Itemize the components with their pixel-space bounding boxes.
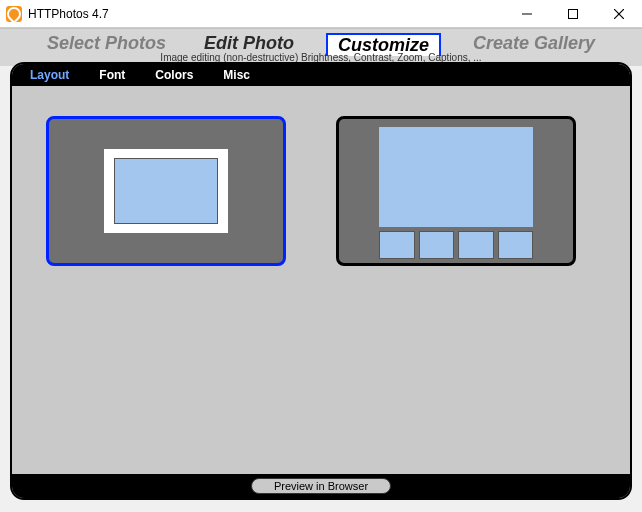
tab-create-gallery[interactable]: Create Gallery (467, 33, 601, 54)
subtab-font[interactable]: Font (99, 68, 125, 82)
layout-preview-frame (104, 149, 228, 233)
close-button[interactable] (596, 0, 642, 28)
svg-rect-1 (569, 9, 578, 18)
layout-preview-thumb (498, 231, 534, 259)
customize-panel: Layout Font Colors Misc Preview in Brows… (10, 62, 632, 500)
tab-select-photos[interactable]: Select Photos (41, 33, 172, 54)
subtab-misc[interactable]: Misc (223, 68, 250, 82)
preview-in-browser-button[interactable]: Preview in Browser (251, 478, 391, 494)
title-bar: HTTPhotos 4.7 (0, 0, 642, 28)
layout-preview-thumb (419, 231, 455, 259)
maximize-button[interactable] (550, 0, 596, 28)
window-controls (504, 0, 642, 28)
layout-option-filmstrip[interactable] (336, 116, 576, 266)
panel-footer: Preview in Browser (12, 474, 630, 498)
window-title: HTTPhotos 4.7 (28, 7, 109, 21)
subtab-layout[interactable]: Layout (30, 68, 69, 82)
sub-tabs: Layout Font Colors Misc (12, 64, 630, 86)
layout-preview-thumb (379, 231, 415, 259)
layout-preview-image (114, 158, 218, 224)
layout-preview-main (379, 127, 533, 227)
minimize-button[interactable] (504, 0, 550, 28)
layout-option-single[interactable] (46, 116, 286, 266)
tab-edit-photo[interactable]: Edit Photo (198, 33, 300, 54)
layout-preview-thumb (458, 231, 494, 259)
app-icon (6, 6, 22, 22)
layout-options (12, 86, 630, 474)
layout-preview-strip (379, 231, 533, 259)
subtab-colors[interactable]: Colors (155, 68, 193, 82)
